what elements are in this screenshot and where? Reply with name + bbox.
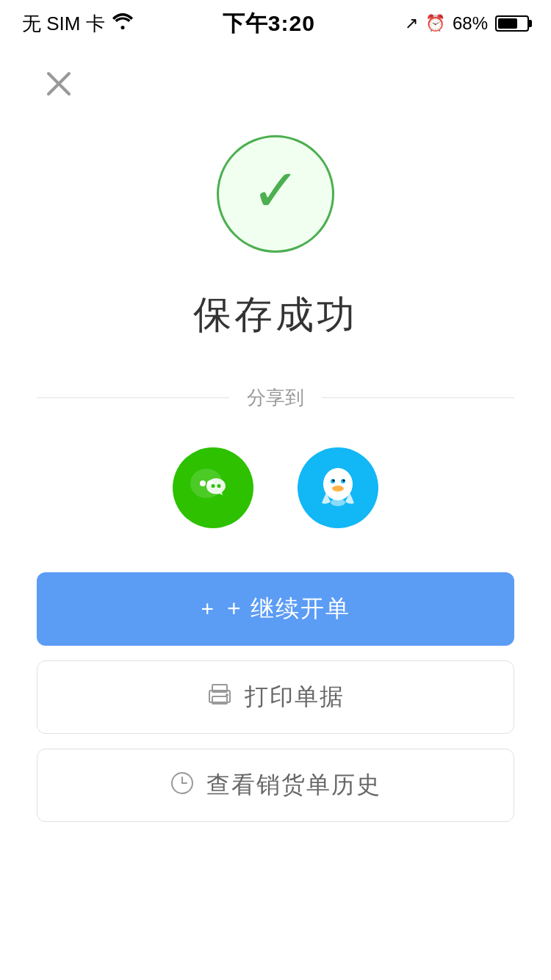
status-right: ↗ ⏰ 68% [405, 13, 529, 34]
svg-point-6 [212, 484, 215, 488]
plus-icon: + [201, 597, 215, 621]
close-button[interactable] [37, 62, 81, 106]
history-icon [170, 771, 195, 801]
history-label: 查看销货单历史 [206, 769, 381, 801]
check-icon: ✓ [251, 162, 300, 220]
battery-percent: 68% [453, 13, 488, 34]
check-circle: ✓ [217, 135, 334, 253]
battery-icon [495, 15, 529, 32]
continue-label: + 继续开单 [227, 593, 350, 625]
location-icon: ↗ [405, 14, 418, 33]
wechat-icon [190, 468, 237, 508]
alarm-icon: ⏰ [425, 14, 445, 33]
battery-fill [498, 18, 517, 29]
svg-point-7 [217, 484, 221, 488]
status-left: 无 SIM 卡 [22, 11, 133, 37]
print-button[interactable]: 打印单据 [37, 660, 514, 734]
share-label: 分享到 [229, 385, 322, 411]
svg-point-15 [332, 486, 344, 491]
status-time: 下午3:20 [223, 9, 315, 39]
wifi-icon [112, 13, 133, 34]
svg-point-8 [323, 468, 353, 500]
svg-point-4 [200, 480, 206, 486]
success-title: 保存成功 [193, 289, 358, 341]
share-icons [173, 447, 378, 528]
close-icon [44, 69, 73, 98]
print-icon [206, 683, 233, 712]
carrier-text: 无 SIM 卡 [22, 11, 105, 37]
wechat-share-button[interactable] [173, 447, 253, 528]
qq-icon [316, 462, 360, 514]
svg-point-16 [331, 499, 345, 506]
print-label: 打印单据 [245, 681, 345, 713]
svg-point-13 [333, 480, 335, 482]
share-section: 分享到 [37, 385, 514, 411]
continue-button[interactable]: + + 继续开单 [37, 572, 514, 646]
success-area: ✓ 保存成功 分享到 [37, 135, 514, 822]
qq-share-button[interactable] [298, 447, 378, 528]
main-content: ✓ 保存成功 分享到 [0, 47, 551, 822]
action-buttons: + + 继续开单 打印单据 [37, 572, 514, 822]
history-button[interactable]: 查看销货单历史 [37, 749, 514, 822]
status-bar: 无 SIM 卡 下午3:20 ↗ ⏰ 68% [0, 0, 551, 47]
svg-point-14 [343, 480, 345, 482]
svg-point-20 [226, 693, 228, 696]
